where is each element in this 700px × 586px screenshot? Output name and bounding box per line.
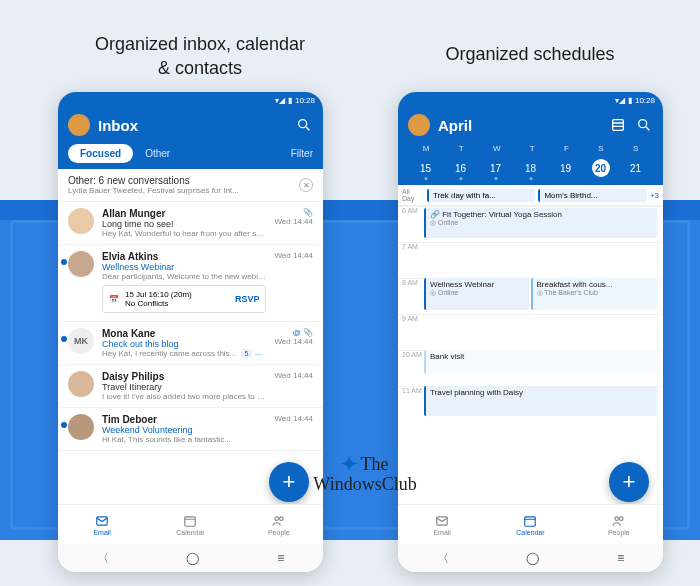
nav-calendar[interactable]: Calendar — [146, 505, 234, 544]
email-item[interactable]: Daisy Philips Travel Itinerary I love it… — [58, 365, 323, 408]
email-item[interactable]: Tim Deboer Weekend Volunteering Hi Kat, … — [58, 408, 323, 451]
allday-label: All Day — [402, 188, 424, 202]
home-icon[interactable]: ◯ — [186, 551, 199, 565]
sender-avatar — [68, 371, 94, 397]
recents-icon[interactable]: ≡ — [277, 551, 284, 565]
email-time: Wed 14:44 — [274, 371, 313, 380]
search-icon[interactable] — [295, 116, 313, 134]
nav-email[interactable]: Email — [398, 505, 486, 544]
hour-label: 9 AM — [398, 314, 663, 322]
status-bar: ▾◢ ▮ 10:28 — [58, 92, 323, 108]
email-time: Wed 14:44 — [274, 414, 313, 423]
email-subject: Long time no see! — [102, 219, 266, 229]
calendar-grid[interactable]: 6 AM 7 AM 8 AM 9 AM 10 AM 11 AM 🔗 Fit To… — [398, 206, 663, 496]
watermark-logo-icon: ✦ — [340, 455, 358, 475]
date-cell[interactable]: 17 — [487, 159, 505, 177]
nav-people[interactable]: People — [235, 505, 323, 544]
svg-point-15 — [615, 516, 619, 520]
allday-event[interactable]: Mom's Birthd... — [538, 189, 646, 202]
event-wellness[interactable]: Wellness Webinar ◎ Online — [424, 278, 529, 310]
caption-left: Organized inbox, calendar & contacts — [90, 32, 310, 81]
event-location: ◎ Online — [430, 289, 525, 297]
event-title: Breakfast with cous... — [537, 280, 654, 289]
nav-email-label: Email — [93, 529, 111, 536]
event-bank[interactable]: Bank visit — [424, 350, 657, 374]
rsvp-button[interactable]: RSVP — [235, 294, 260, 304]
rsvp-when: 15 Jul 16:10 (20m) — [125, 290, 192, 299]
battery-icon: ▮ — [628, 96, 632, 105]
date-cell[interactable]: 21 — [627, 159, 645, 177]
signal-icon: ▾◢ — [275, 96, 285, 105]
email-item[interactable]: MK Mona Kane Check out this blog Hey Kat… — [58, 322, 323, 365]
nav-email-label: Email — [433, 529, 451, 536]
calendar-weekdays: M T W T F S S — [408, 144, 653, 153]
email-time: Wed 14:44 — [274, 337, 313, 346]
calendar-title: April — [438, 117, 601, 134]
status-time: 10:28 — [295, 96, 315, 105]
android-nav: 〈 ◯ ≡ — [398, 544, 663, 572]
tab-focused[interactable]: Focused — [68, 144, 133, 163]
close-icon[interactable]: ✕ — [299, 178, 313, 192]
email-item[interactable]: Elvia Atkins Wellness Webinar Dear parti… — [58, 245, 323, 322]
svg-point-5 — [275, 516, 279, 520]
sender-avatar: MK — [68, 328, 94, 354]
watermark-line1: The — [361, 454, 389, 474]
status-bar: ▾◢ ▮ 10:28 — [398, 92, 663, 108]
email-subject: Travel Itinerary — [102, 382, 266, 392]
rsvp-conflict: No Conflicts — [125, 299, 192, 308]
nav-email[interactable]: Email — [58, 505, 146, 544]
profile-avatar[interactable] — [68, 114, 90, 136]
phone-inbox: ▾◢ ▮ 10:28 Inbox Focused Other Filter Ot… — [58, 92, 323, 572]
attachment-icon: 📎 — [303, 208, 313, 217]
allday-more[interactable]: +3 — [650, 191, 659, 200]
date-cell-selected[interactable]: 20 — [592, 159, 610, 177]
email-preview: Hey Kat, Wonderful to hear from you afte… — [102, 229, 266, 238]
allday-event[interactable]: Trek day with fa... — [427, 189, 535, 202]
calendar-dates: 15 16 17 18 19 20 21 — [408, 157, 653, 179]
email-preview: I love it! I've also added two more plac… — [102, 392, 266, 401]
email-preview: Hey Kat, I recently came across this... … — [102, 349, 266, 358]
signal-icon: ▾◢ — [615, 96, 625, 105]
agenda-icon[interactable] — [609, 116, 627, 134]
email-subject: Check out this blog — [102, 339, 266, 349]
search-icon[interactable] — [635, 116, 653, 134]
tab-other[interactable]: Other — [133, 144, 182, 163]
sender-avatar — [68, 414, 94, 440]
notice-title: Other: 6 new conversations — [68, 175, 239, 186]
unread-dot — [61, 336, 67, 342]
sender-avatar — [68, 251, 94, 277]
nav-calendar[interactable]: Calendar — [486, 505, 574, 544]
new-event-fab[interactable]: + — [609, 462, 649, 502]
date-cell[interactable]: 19 — [557, 159, 575, 177]
email-item[interactable]: Allan Munger Long time no see! Hey Kat, … — [58, 202, 323, 245]
svg-point-0 — [299, 120, 307, 128]
svg-rect-3 — [185, 516, 196, 525]
event-title: Bank visit — [430, 352, 653, 361]
email-subject: Weekend Volunteering — [102, 425, 266, 435]
nav-calendar-label: Calendar — [516, 529, 544, 536]
event-travel[interactable]: Travel planning with Daisy — [424, 386, 657, 416]
event-fit-together[interactable]: 🔗 Fit Together: Virtual Yoga Session ◎ O… — [424, 208, 657, 238]
home-icon[interactable]: ◯ — [526, 551, 539, 565]
nav-calendar-label: Calendar — [176, 529, 204, 536]
bottom-nav: Email Calendar People — [398, 504, 663, 544]
other-notice[interactable]: Other: 6 new conversations Lydia Bauer T… — [58, 169, 323, 202]
profile-avatar[interactable] — [408, 114, 430, 136]
inbox-title: Inbox — [98, 117, 287, 134]
mention-icon: @ — [293, 328, 301, 337]
inbox-header: Inbox Focused Other Filter — [58, 108, 323, 169]
date-cell[interactable]: 18 — [522, 159, 540, 177]
nav-people-label: People — [268, 529, 290, 536]
event-breakfast[interactable]: Breakfast with cous... ◎ The Baker's Clu… — [531, 278, 658, 310]
date-cell[interactable]: 15 — [417, 159, 435, 177]
filter-button[interactable]: Filter — [291, 148, 313, 159]
android-nav: 〈 ◯ ≡ — [58, 544, 323, 572]
back-icon[interactable]: 〈 — [97, 550, 109, 567]
watermark: ✦ The WindowsClub — [290, 455, 440, 495]
nav-people[interactable]: People — [575, 505, 663, 544]
back-icon[interactable]: 〈 — [437, 550, 449, 567]
date-cell[interactable]: 16 — [452, 159, 470, 177]
recents-icon[interactable]: ≡ — [617, 551, 624, 565]
unread-dot — [61, 422, 67, 428]
svg-rect-13 — [525, 516, 536, 525]
